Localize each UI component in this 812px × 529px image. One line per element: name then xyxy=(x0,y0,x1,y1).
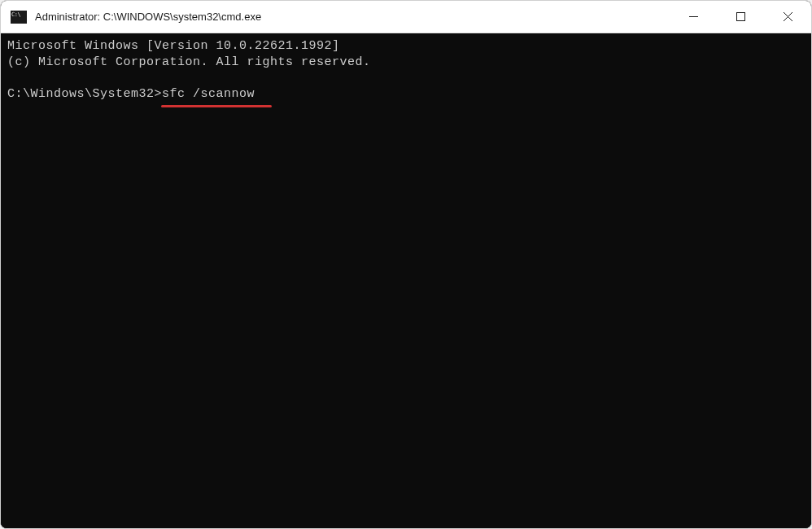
close-icon xyxy=(784,12,792,21)
terminal-output-line: Microsoft Windows [Version 10.0.22621.19… xyxy=(7,38,805,55)
terminal-prompt-line: C:\Windows\System32>sfc /scannow xyxy=(7,86,255,103)
maximize-button[interactable] xyxy=(717,1,764,33)
cmd-window: Administrator: C:\WINDOWS\system32\cmd.e… xyxy=(0,0,812,529)
minimize-icon xyxy=(689,12,698,21)
minimize-button[interactable] xyxy=(670,1,717,33)
svg-rect-1 xyxy=(736,13,744,21)
terminal-output-line: (c) Microsoft Corporation. All rights re… xyxy=(7,55,805,71)
terminal-area[interactable]: Microsoft Windows [Version 10.0.22621.19… xyxy=(1,33,811,528)
window-controls xyxy=(670,1,811,33)
maximize-icon xyxy=(736,12,745,21)
close-button[interactable] xyxy=(764,1,811,33)
terminal-command: sfc /scannow xyxy=(162,87,255,101)
cmd-icon xyxy=(11,11,27,24)
titlebar[interactable]: Administrator: C:\WINDOWS\system32\cmd.e… xyxy=(1,1,811,33)
red-underline-annotation xyxy=(161,105,272,107)
terminal-prompt: C:\Windows\System32> xyxy=(7,87,162,101)
window-title: Administrator: C:\WINDOWS\system32\cmd.e… xyxy=(35,11,670,23)
